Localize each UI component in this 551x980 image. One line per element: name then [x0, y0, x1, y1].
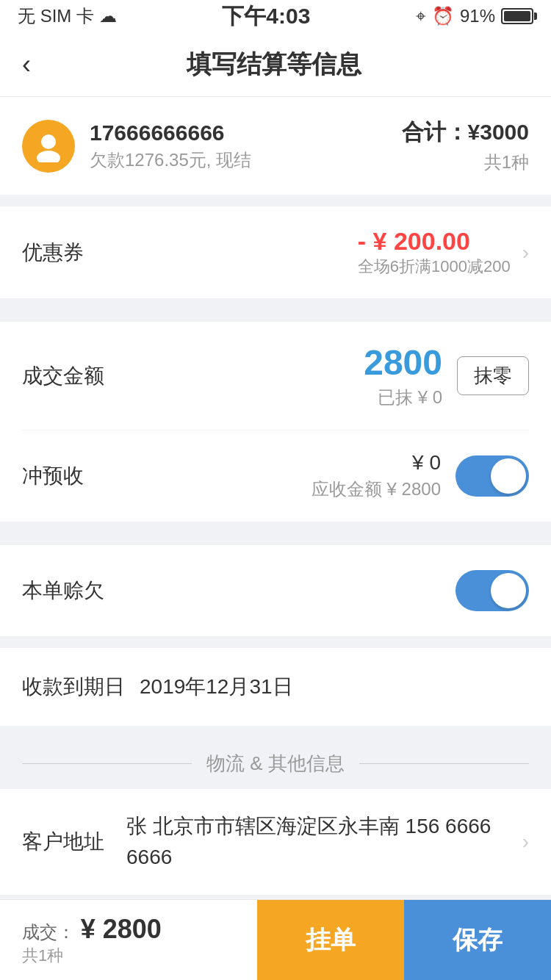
bottom-deal-row: 成交： ¥ 2800: [22, 914, 235, 945]
debt-toggle[interactable]: [455, 570, 529, 611]
customer-card: 17666666666 欠款1276.35元, 现结 合计：¥3000 共1种: [0, 97, 551, 195]
total-count: 共1种: [402, 151, 529, 174]
logistics-hr-right: [359, 763, 529, 764]
hold-button[interactable]: 挂单: [257, 900, 404, 981]
total-amount: 合计：¥3000: [402, 118, 529, 148]
coupon-label: 优惠券: [22, 239, 84, 267]
address-row[interactable]: 客户地址 张 北京市市辖区海淀区永丰南 156 6666 6666 ›: [22, 789, 529, 895]
logistics-separator: 物流 & 其他信息: [0, 738, 551, 789]
prepaid-label: 冲预收: [22, 462, 84, 490]
prepaid-sub: 应收金额 ¥ 2800: [311, 478, 441, 501]
customer-left: 17666666666 欠款1276.35元, 现结: [22, 120, 251, 173]
bottom-count: 共1种: [22, 945, 235, 967]
section-separator-2: [0, 522, 551, 533]
battery-label: 91%: [460, 6, 495, 26]
battery-icon: [501, 8, 533, 24]
deal-right: 2800 已抹 ¥ 0 抹零: [364, 342, 529, 409]
bottom-deal-label: 成交：: [22, 922, 75, 942]
avatar: [22, 120, 75, 173]
status-right: ⌖ ⏰ 91%: [416, 6, 533, 26]
bottom-summary: 成交： ¥ 2800 共1种: [0, 914, 257, 967]
page-title: 填写结算等信息: [46, 48, 503, 82]
address-value: 张 北京市市辖区海淀区永丰南 156 6666 6666: [126, 811, 518, 873]
location-icon: ⌖: [416, 6, 426, 26]
coupon-right: - ¥ 200.00 全场6折满1000减200 ›: [358, 227, 529, 278]
debt-row: 本单赊欠: [22, 545, 529, 636]
debt-toggle-knob: [491, 573, 526, 608]
address-label: 客户地址: [22, 828, 104, 856]
status-time: 下午4:03: [222, 1, 310, 32]
toggle-knob: [491, 458, 526, 494]
alarm-icon: ⏰: [432, 6, 454, 26]
bottom-amount: ¥ 2800: [81, 914, 162, 944]
status-left: 无 SIM 卡 ☁: [18, 4, 117, 28]
svg-point-1: [37, 151, 60, 162]
deal-amount-row: 成交金额 2800 已抹 ¥ 0 抹零: [22, 322, 529, 430]
debt-section: 本单赊欠: [0, 545, 551, 636]
prepaid-toggle[interactable]: [455, 455, 529, 497]
svg-point-0: [41, 134, 56, 149]
deal-section: 成交金额 2800 已抹 ¥ 0 抹零 冲预收 ¥ 0 应收金额 ¥ 2800: [0, 322, 551, 522]
prepaid-amount: ¥ 0: [311, 451, 441, 475]
due-section: 收款到期日 2019年12月31日: [0, 648, 551, 726]
bottom-bar: 成交： ¥ 2800 共1种 挂单 保存: [0, 899, 551, 980]
back-button[interactable]: ‹: [22, 49, 46, 80]
round-button[interactable]: 抹零: [457, 356, 529, 395]
address-chevron-icon: ›: [522, 830, 529, 854]
customer-sub: 欠款1276.35元, 现结: [90, 148, 251, 172]
coupon-discount: - ¥ 200.00: [358, 227, 511, 256]
logistics-hr-left: [22, 763, 192, 764]
prepaid-amount-col: ¥ 0 应收金额 ¥ 2800: [311, 451, 441, 501]
customer-right: 合计：¥3000 共1种: [402, 118, 529, 174]
deal-amount-label: 成交金额: [22, 362, 104, 390]
prepaid-row: 冲预收 ¥ 0 应收金额 ¥ 2800: [22, 430, 529, 522]
status-bar: 无 SIM 卡 ☁ 下午4:03 ⌖ ⏰ 91%: [0, 0, 551, 32]
prepaid-right: ¥ 0 应收金额 ¥ 2800: [311, 451, 529, 501]
logistics-label: 物流 & 其他信息: [206, 751, 345, 777]
customer-info: 17666666666 欠款1276.35元, 现结: [90, 120, 251, 172]
coupon-row[interactable]: 优惠券 - ¥ 200.00 全场6折满1000减200 ›: [0, 206, 551, 298]
deal-number: 2800: [364, 342, 442, 383]
logistics-line: 物流 & 其他信息: [0, 751, 551, 777]
save-button[interactable]: 保存: [404, 900, 551, 981]
address-section: 客户地址 张 北京市市辖区海淀区永丰南 156 6666 6666 ›: [0, 789, 551, 895]
section-separator: [0, 310, 551, 322]
due-row: 收款到期日 2019年12月31日: [22, 648, 529, 726]
nav-bar: ‹ 填写结算等信息: [0, 32, 551, 97]
chevron-right-icon: ›: [522, 241, 529, 264]
deal-sub: 已抹 ¥ 0: [364, 386, 442, 409]
sim-label: 无 SIM 卡 ☁: [18, 4, 117, 28]
deal-amount-col: 2800 已抹 ¥ 0: [364, 342, 442, 409]
customer-phone: 17666666666: [90, 120, 251, 145]
debt-label: 本单赊欠: [22, 577, 104, 605]
due-date: 2019年12月31日: [140, 673, 293, 701]
due-label: 收款到期日: [22, 673, 125, 701]
coupon-desc: 全场6折满1000减200: [358, 256, 511, 278]
content: 17666666666 欠款1276.35元, 现结 合计：¥3000 共1种 …: [0, 97, 551, 980]
